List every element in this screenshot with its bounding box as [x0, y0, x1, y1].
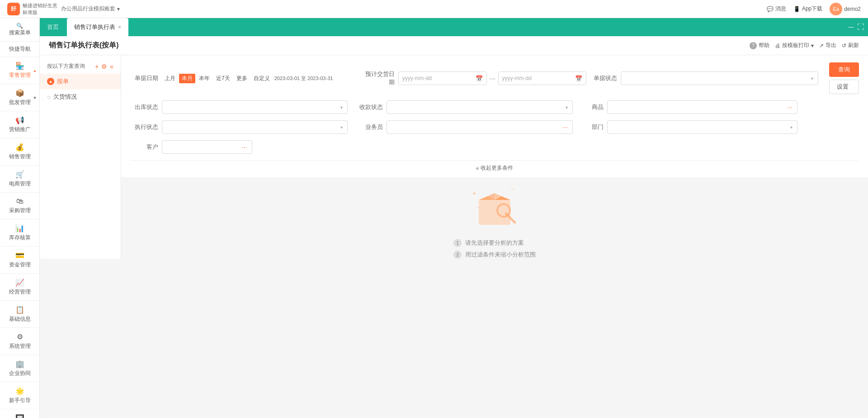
tab-bar-actions: ─ ⛶ — [849, 23, 868, 31]
filter-cell-department: 部门 ▾ — [580, 120, 797, 134]
svg-text:✦: ✦ — [472, 190, 476, 197]
logo-text: 畅捷进销好生意 标准版 — [23, 2, 57, 15]
refresh-button[interactable]: ↺ 刷新 — [842, 42, 859, 49]
sidebar-item-label: 资金管理 — [9, 261, 31, 269]
add-scheme-button[interactable]: + — [95, 63, 99, 70]
help-icon: ? — [750, 42, 757, 49]
goods-input[interactable]: ··· — [607, 100, 797, 114]
customer-more-icon[interactable]: ··· — [242, 143, 247, 151]
department-dropdown-icon: ▾ — [790, 125, 793, 130]
step2-num: 2 — [453, 251, 462, 259]
collapse-bar[interactable]: « 收起更多条件 — [130, 160, 859, 176]
calendar-start-icon[interactable]: 📅 — [476, 75, 483, 82]
date-tab-more[interactable]: 更多 — [234, 74, 250, 83]
goods-more-icon[interactable]: ··· — [787, 104, 793, 111]
set-button[interactable]: 设置 — [829, 80, 859, 94]
industry-selector[interactable]: 办公用品行业模拟账套 ▾ — [61, 5, 120, 13]
user-menu[interactable]: Ea demo2 — [830, 3, 861, 15]
sidebar-item-inventory[interactable]: 📊 库存核算 — [0, 219, 39, 247]
app-download-button[interactable]: 📱 App下载 — [793, 5, 822, 13]
filter-row-4: 客户 ··· — [130, 140, 859, 154]
order-status-label: 单据状态 — [594, 74, 621, 82]
settings-scheme-button[interactable]: ⚙ — [101, 63, 107, 70]
results-area: ✦ ✦ ✦ 1 请先选择要分析的方案 — [121, 177, 868, 259]
expected-date-start-value: yyyy-mm-dd — [402, 75, 432, 81]
export-button[interactable]: ↗ 导出 — [819, 42, 836, 49]
sidebar-item-marketing[interactable]: 📢 营销推广 — [0, 111, 39, 138]
date-range-display: 2023-03-01 至 2023-03-31 — [274, 75, 333, 82]
sidebar-item-label: 销售管理 — [9, 153, 31, 161]
help-button[interactable]: ? 帮助 — [750, 42, 769, 49]
appstore-icon: 🔲 — [15, 414, 24, 418]
date-tab-this-month[interactable]: 本月 — [179, 74, 195, 83]
salesperson-input[interactable]: ··· — [387, 120, 572, 134]
logo-area: 好 畅捷进销好生意 标准版 — [7, 2, 57, 15]
sidebar-item-wholesale[interactable]: 📦 批发管理 — [0, 84, 39, 111]
salesperson-more-icon[interactable]: ··· — [562, 124, 568, 131]
shipment-label: 出库状态 — [130, 103, 162, 111]
salesperson-label: 业务员 — [355, 123, 387, 131]
sidebar-item-purchase[interactable]: 🛍 采购管理 — [0, 193, 39, 219]
sidebar-item-retail[interactable]: 🏪 零售管理 — [0, 57, 39, 84]
collapse-arrows-icon: « — [476, 165, 479, 171]
payment-select[interactable]: ▾ — [387, 100, 572, 114]
date-tab-last-month[interactable]: 上月 — [162, 74, 178, 83]
sidebar-item-appstore[interactable]: 🔲 应用中心 — [0, 409, 39, 418]
collapse-panel-button[interactable]: « — [110, 63, 113, 70]
top-bar-left: 好 畅捷进销好生意 标准版 办公用品行业模拟账套 ▾ — [7, 2, 120, 15]
sidebar-item-basic[interactable]: 📋 基础信息 — [0, 301, 39, 328]
sidebar-search[interactable]: 🔍 搜索菜单 — [0, 18, 39, 42]
minimize-button[interactable]: ─ — [849, 23, 854, 31]
date-tab-this-year[interactable]: 本年 — [196, 74, 212, 83]
empty-steps: 1 请先选择要分析的方案 2 用过滤条件来缩小分析范围 — [453, 239, 536, 259]
sidebar-nav-header[interactable]: 快捷导航 — [0, 42, 39, 57]
right-content: 单据日期 上月 本月 本年 近7天 更多 自定义 — [121, 55, 868, 259]
date-tab-custom[interactable]: 自定义 — [251, 74, 273, 83]
sidebar-item-label: 电商管理 — [9, 180, 31, 188]
template-print-button[interactable]: 🖨 按模板打印 ▾ — [775, 42, 814, 49]
expected-date-label: 预计交货日期 — [362, 70, 398, 86]
top-bar-right: 💬 消息 📱 App下载 Ea demo2 — [767, 3, 861, 15]
query-button[interactable]: 查询 — [829, 62, 859, 77]
left-panel: 按以下方案查询 + ⚙ « ● 按单 ○ 欠货情况 — [40, 55, 121, 259]
scheme-item-debt[interactable]: ○ 欠货情况 — [40, 89, 121, 104]
print-dropdown-icon: ▾ — [811, 43, 814, 49]
system-icon: ⚙ — [17, 332, 23, 341]
filter-area: 单据日期 上月 本月 本年 近7天 更多 自定义 — [121, 55, 868, 177]
refresh-icon: ↺ — [842, 43, 846, 49]
sidebar-item-label: 经营管理 — [9, 288, 31, 296]
filter-row-2: 出库状态 ▾ 收款状态 ▾ — [130, 100, 859, 114]
sidebar-item-sales[interactable]: 💰 销售管理 — [0, 138, 39, 166]
filter-row-3: 执行状态 ▾ 业务员 ··· — [130, 120, 859, 134]
page-title: 销售订单执行表(按单) — [49, 41, 119, 50]
customer-input[interactable]: ··· — [162, 140, 252, 154]
sidebar-item-enterprise[interactable]: 🏢 企业协同 — [0, 355, 39, 382]
date-tab-7days[interactable]: 近7天 — [213, 74, 233, 83]
filter-cell-shipment: 出库状态 ▾ — [130, 100, 348, 114]
filter-cell-payment: 收款状态 ▾ — [355, 100, 572, 114]
message-button[interactable]: 💬 消息 — [767, 5, 786, 13]
tab-active[interactable]: 销售订单执行表 × — [67, 18, 128, 36]
sidebar-item-ecommerce[interactable]: 🛒 电商管理 — [0, 166, 39, 193]
scheme-item-by-order[interactable]: ● 按单 — [40, 74, 121, 89]
exec-status-select[interactable]: ▾ — [162, 120, 348, 134]
department-select[interactable]: ▾ — [607, 120, 797, 134]
filter-cell-order-status: 单据状态 ▾ — [594, 71, 818, 85]
expected-date-start[interactable]: yyyy-mm-dd 📅 — [398, 71, 487, 85]
sidebar-item-operations[interactable]: 📈 经营管理 — [0, 274, 39, 301]
maximize-button[interactable]: ⛶ — [857, 23, 864, 31]
tab-close-icon[interactable]: × — [118, 24, 121, 30]
shipment-select[interactable]: ▾ — [162, 100, 348, 114]
two-panel: 按以下方案查询 + ⚙ « ● 按单 ○ 欠货情况 — [40, 55, 868, 259]
expected-date-end[interactable]: yyyy-mm-dd 📅 — [498, 71, 587, 85]
sidebar-item-finance[interactable]: 💳 资金管理 — [0, 247, 39, 274]
sidebar-item-newbie[interactable]: 🌟 新手引导 — [0, 382, 39, 409]
sidebar-item-system[interactable]: ⚙ 系统管理 — [0, 328, 39, 355]
avatar: Ea — [830, 3, 842, 15]
payment-dropdown-icon: ▾ — [566, 105, 568, 110]
left-panel-actions: + ⚙ « — [95, 63, 113, 70]
calendar-end-icon[interactable]: 📅 — [575, 75, 582, 82]
sidebar-item-label: 系统管理 — [9, 342, 31, 350]
tab-home[interactable]: 首页 — [40, 18, 66, 36]
order-status-select[interactable]: ▾ — [621, 71, 818, 85]
